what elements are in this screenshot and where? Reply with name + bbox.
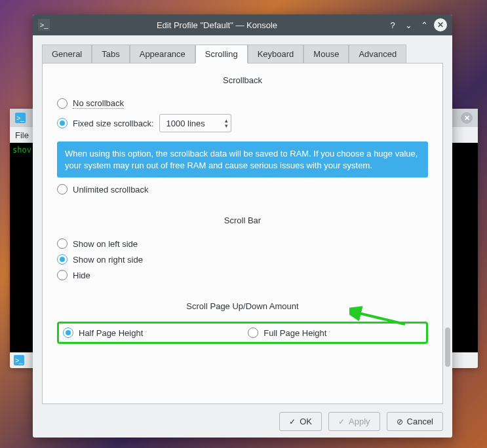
option-label: No scrollback — [73, 98, 124, 109]
spinbox-value: 1000 lines — [166, 119, 205, 128]
option-half-page[interactable]: Half Page Height — [63, 327, 143, 338]
terminal-icon: >_ — [15, 113, 26, 123]
option-scrollbar-hide[interactable]: Hide — [57, 267, 428, 283]
cancel-icon: ⊘ — [397, 417, 403, 426]
button-label: Apply — [349, 417, 370, 426]
radio-icon[interactable] — [57, 118, 68, 128]
option-scrollbar-right[interactable]: Show on right side — [57, 252, 428, 267]
radio-icon[interactable] — [57, 184, 68, 195]
option-no-scrollback[interactable]: No scrollback — [57, 96, 428, 111]
option-label: Fixed size scrollback: — [73, 119, 154, 128]
section-scrollbar-heading: Scroll Bar — [57, 215, 428, 225]
option-label: Half Page Height — [79, 328, 143, 338]
edit-profile-dialog: >_ Edit Profile "Default" — Konsole ? ⌄ … — [33, 14, 452, 438]
dialog-title: Edit Profile "Default" — Konsole — [50, 20, 384, 30]
tab-bar: General Tabs Appearance Scrolling Keyboa… — [42, 45, 443, 64]
tab-general[interactable]: General — [42, 45, 92, 64]
option-scrollbar-left[interactable]: Show on left side — [57, 236, 428, 252]
ok-button[interactable]: ✓ OK — [279, 412, 322, 431]
option-label: Unlimited scrollback — [73, 185, 149, 195]
option-label: Show on left side — [73, 239, 138, 249]
option-label: Hide — [73, 271, 90, 280]
scroll-amount-highlight: Half Page Height Full Page Height — [57, 322, 428, 344]
scrollbar-thumb[interactable] — [445, 327, 450, 367]
minimize-icon[interactable]: ⌄ — [401, 18, 416, 32]
radio-icon[interactable] — [57, 254, 68, 265]
help-icon[interactable]: ? — [385, 18, 400, 32]
tab-scrolling[interactable]: Scrolling — [195, 45, 248, 64]
tab-advanced[interactable]: Advanced — [349, 45, 406, 64]
close-icon[interactable]: ✕ — [434, 18, 447, 31]
terminal-icon: >_ — [38, 19, 50, 31]
scrollback-lines-spinbox[interactable]: 1000 lines ▴▾ — [159, 114, 231, 132]
dialog-titlebar[interactable]: >_ Edit Profile "Default" — Konsole ? ⌄ … — [33, 14, 452, 35]
radio-icon[interactable] — [57, 270, 68, 280]
tab-mouse[interactable]: Mouse — [303, 45, 349, 64]
section-scrollpage-heading: Scroll Page Up/Down Amount — [57, 301, 428, 311]
dialog-scrollbar[interactable] — [445, 72, 450, 398]
section-scrollback-heading: Scrollback — [57, 75, 428, 85]
cancel-button[interactable]: ⊘ Cancel — [387, 412, 443, 431]
maximize-icon[interactable]: ⌃ — [417, 18, 431, 32]
button-label: OK — [300, 417, 312, 426]
option-label: Full Page Height — [263, 328, 326, 338]
apply-button[interactable]: ✓ Apply — [328, 412, 380, 431]
terminal-icon: >_ — [14, 355, 24, 365]
dialog-button-bar: ✓ OK ✓ Apply ⊘ Cancel — [42, 404, 443, 431]
tab-appearance[interactable]: Appearance — [130, 45, 195, 64]
menu-file[interactable]: File — [15, 130, 29, 140]
spinbox-arrows[interactable]: ▴▾ — [225, 118, 228, 128]
tab-keyboard[interactable]: Keyboard — [248, 45, 304, 64]
check-icon: ✓ — [289, 417, 296, 426]
button-label: Cancel — [407, 417, 433, 426]
option-full-page[interactable]: Full Page Height — [248, 327, 326, 338]
terminal-text: shov — [12, 145, 31, 155]
option-fixed-scrollback[interactable]: Fixed size scrollback: 1000 lines ▴▾ — [57, 111, 428, 135]
radio-icon[interactable] — [57, 238, 68, 249]
radio-icon[interactable] — [248, 327, 258, 338]
check-icon: ✓ — [338, 417, 345, 426]
scrollback-info: When using this option, the scrollback d… — [57, 141, 428, 177]
radio-icon[interactable] — [63, 327, 73, 338]
tab-page-scrolling: Scrollback No scrollback Fixed size scro… — [42, 63, 443, 404]
option-label: Show on right side — [73, 255, 143, 265]
chevron-down-icon[interactable]: ▾ — [225, 123, 228, 128]
option-unlimited-scrollback[interactable]: Unlimited scrollback — [57, 181, 428, 197]
radio-icon[interactable] — [57, 98, 68, 109]
close-icon[interactable]: ✕ — [461, 112, 473, 124]
tab-tabs[interactable]: Tabs — [92, 45, 129, 64]
